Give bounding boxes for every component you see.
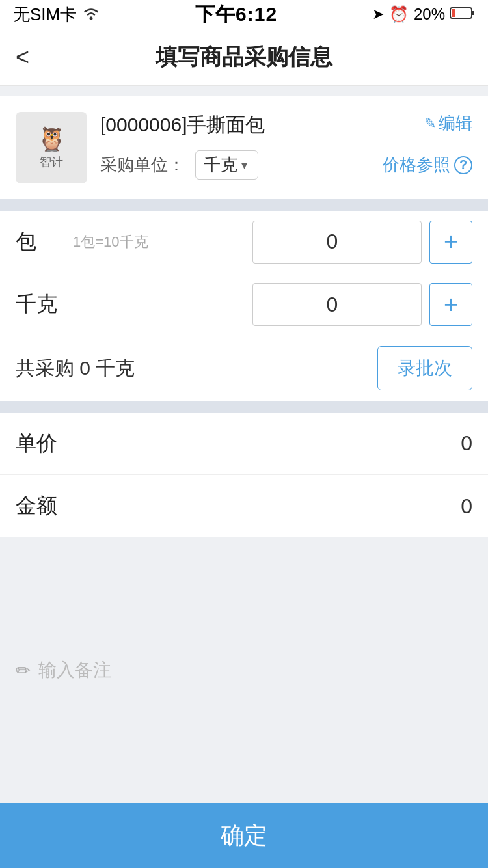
back-button[interactable]: <: [16, 44, 29, 71]
bag-sublabel: 1包=10千克: [73, 232, 148, 252]
price-ref-label: 价格参照: [383, 154, 450, 176]
pencil-icon: ✏: [16, 660, 31, 681]
unit-price-row: 单价 0: [0, 413, 488, 475]
unit-dropdown[interactable]: 千克 ▾: [195, 150, 258, 180]
kg-plus-button[interactable]: +: [429, 283, 472, 326]
bag-number-input[interactable]: [252, 221, 422, 264]
svg-rect-3: [452, 9, 455, 17]
svg-point-0: [90, 16, 93, 20]
page-title: 填写商品采购信息: [156, 42, 332, 72]
kg-label: 千克: [16, 290, 68, 319]
product-card: 🦉 智计 [0000006]手撕面包 ✎ 编辑 采购单位： 千克 ▾ 价格参照 …: [0, 96, 488, 199]
status-right-icons: ➤ ⏰ 20%: [372, 5, 475, 23]
section-divider-2: [0, 401, 488, 413]
bag-plus-button[interactable]: +: [429, 221, 472, 264]
carrier-text: 无SIM卡: [13, 3, 77, 26]
batch-button[interactable]: 录批次: [377, 346, 472, 390]
edit-icon: ✎: [424, 115, 436, 132]
amount-row: 金额 0: [0, 475, 488, 537]
status-bar: 无SIM卡 下午6:12 ➤ ⏰ 20%: [0, 0, 488, 29]
product-logo-icon: 🦉: [37, 126, 66, 153]
notes-area[interactable]: ✏ 输入备注: [0, 537, 488, 803]
edit-button[interactable]: ✎ 编辑: [424, 112, 472, 135]
confirm-button[interactable]: 确定: [0, 803, 488, 868]
product-image: 🦉 智计: [16, 112, 87, 183]
price-section: 单价 0 金额 0: [0, 413, 488, 537]
unit-price-value: 0: [461, 431, 472, 455]
wifi-icon: [82, 5, 100, 25]
svg-rect-2: [472, 11, 474, 15]
amount-label: 金额: [16, 492, 461, 521]
chevron-down-icon: ▾: [241, 158, 247, 172]
amount-value: 0: [461, 495, 472, 519]
location-icon: ➤: [372, 6, 384, 23]
unit-label: 采购单位：: [100, 154, 185, 176]
status-time: 下午6:12: [195, 1, 277, 28]
info-icon: ?: [454, 156, 472, 174]
price-ref-button[interactable]: 价格参照 ?: [383, 154, 472, 176]
product-logo-text: 智计: [40, 154, 63, 170]
battery-percent: 20%: [414, 5, 445, 23]
kg-input-row: 千克 +: [0, 273, 488, 336]
bag-input-field: +: [148, 221, 472, 264]
nav-bar: < 填写商品采购信息: [0, 29, 488, 86]
bag-label: 包: [16, 228, 68, 256]
notes-placeholder: 输入备注: [38, 658, 111, 683]
edit-label: 编辑: [439, 112, 472, 135]
battery-icon: [450, 5, 475, 23]
unit-price-label: 单价: [16, 429, 461, 458]
unit-value: 千克: [204, 154, 237, 176]
product-name: [0000006]手撕面包: [100, 112, 424, 139]
summary-text: 共采购 0 千克: [16, 355, 377, 382]
section-divider-1: [0, 199, 488, 211]
confirm-label: 确定: [221, 820, 267, 852]
summary-row: 共采购 0 千克 录批次: [0, 336, 488, 401]
top-divider: [0, 86, 488, 96]
product-info: [0000006]手撕面包 ✎ 编辑 采购单位： 千克 ▾ 价格参照 ?: [100, 112, 472, 180]
bag-input-row: 包 1包=10千克 +: [0, 211, 488, 273]
kg-input-field: +: [68, 283, 472, 326]
kg-number-input[interactable]: [252, 283, 422, 326]
input-section: 包 1包=10千克 + 千克 +: [0, 211, 488, 336]
status-carrier-wifi: 无SIM卡: [13, 3, 100, 26]
alarm-icon: ⏰: [389, 5, 409, 23]
